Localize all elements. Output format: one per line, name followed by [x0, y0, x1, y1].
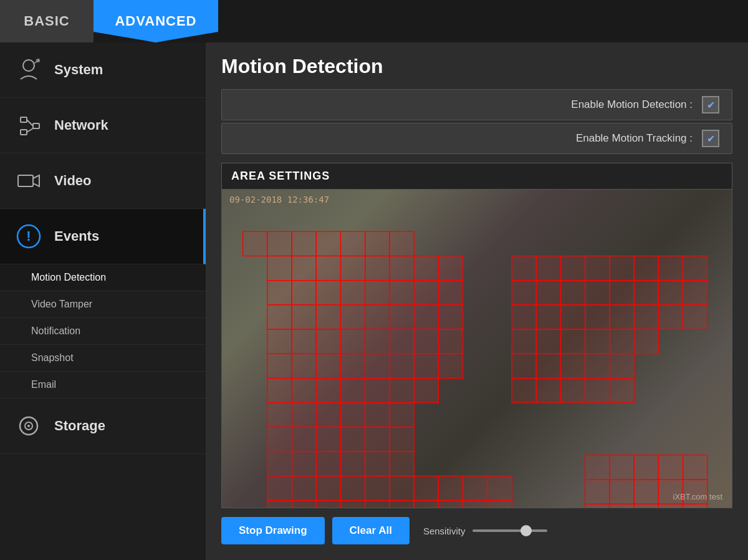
sidebar-item-system[interactable]: System	[0, 42, 206, 98]
network-icon	[12, 109, 45, 142]
svg-rect-4	[21, 130, 27, 135]
svg-marker-9	[33, 175, 39, 186]
svg-point-2	[36, 59, 40, 62]
area-settings-box: AREA SETTINGS 09-02-2018 12:36:47 iXBT.c…	[221, 163, 732, 508]
svg-line-6	[27, 120, 33, 126]
sidebar-item-storage[interactable]: Storage	[0, 398, 206, 454]
svg-line-7	[27, 128, 33, 132]
camera-feed[interactable]: 09-02-2018 12:36:47 iXBT.com test	[222, 190, 732, 508]
camera-timestamp: 09-02-2018 12:36:47	[229, 195, 329, 205]
motion-tracking-checkbox[interactable]: ✔	[702, 130, 719, 147]
submenu-snapshot[interactable]: Snapshot	[0, 345, 206, 372]
camera-background	[222, 190, 732, 508]
sidebar-events-label: Events	[54, 228, 99, 244]
motion-detection-label: Enable Motion Detection :	[234, 99, 702, 111]
area-settings-header: AREA SETTINGS	[222, 163, 732, 190]
motion-detection-checkbox[interactable]: ✔	[702, 96, 719, 113]
svg-rect-8	[18, 175, 33, 186]
main-layout: System Network Video	[0, 42, 748, 560]
sidebar-network-label: Network	[54, 117, 108, 133]
submenu-motion-detection[interactable]: Motion Detection	[0, 264, 206, 291]
svg-point-0	[23, 60, 34, 71]
bottom-bar: Stop Drawing Clear All Sensitivity	[221, 508, 732, 548]
tab-basic[interactable]: BASIC	[0, 0, 94, 42]
svg-text:!: !	[26, 228, 31, 244]
sidebar: System Network Video	[0, 42, 206, 560]
motion-tracking-label: Enable Motion Tracking :	[234, 132, 702, 145]
storage-icon	[12, 410, 45, 442]
sidebar-item-video[interactable]: Video	[0, 153, 206, 209]
content-area: Motion Detection Enable Motion Detection…	[206, 42, 748, 560]
top-tabs: BASIC ADVANCED	[0, 0, 748, 42]
clear-all-button[interactable]: Clear All	[332, 517, 410, 544]
camera-watermark: iXBT.com test	[673, 492, 722, 501]
sensitivity-label: Sensitivity	[423, 526, 466, 536]
motion-detection-row: Enable Motion Detection : ✔	[221, 89, 732, 120]
motion-tracking-row: Enable Motion Tracking : ✔	[221, 123, 732, 154]
submenu-notification[interactable]: Notification	[0, 318, 206, 345]
svg-rect-5	[33, 123, 39, 128]
sidebar-item-events[interactable]: ! Events	[0, 209, 206, 264]
tab-advanced[interactable]: ADVANCED	[94, 0, 218, 42]
sidebar-system-label: System	[54, 62, 103, 78]
system-icon	[12, 54, 45, 86]
page-title: Motion Detection	[221, 55, 732, 78]
svg-point-14	[27, 425, 30, 427]
sensitivity-slider[interactable]	[472, 529, 547, 532]
video-icon	[12, 165, 45, 197]
stop-drawing-button[interactable]: Stop Drawing	[221, 517, 325, 544]
submenu-email[interactable]: Email	[0, 372, 206, 398]
svg-rect-3	[21, 117, 27, 122]
sidebar-item-network[interactable]: Network	[0, 98, 206, 153]
sidebar-storage-label: Storage	[54, 418, 105, 434]
events-icon: !	[12, 220, 45, 253]
sidebar-video-label: Video	[54, 173, 92, 189]
submenu-video-tamper[interactable]: Video Tamper	[0, 291, 206, 318]
